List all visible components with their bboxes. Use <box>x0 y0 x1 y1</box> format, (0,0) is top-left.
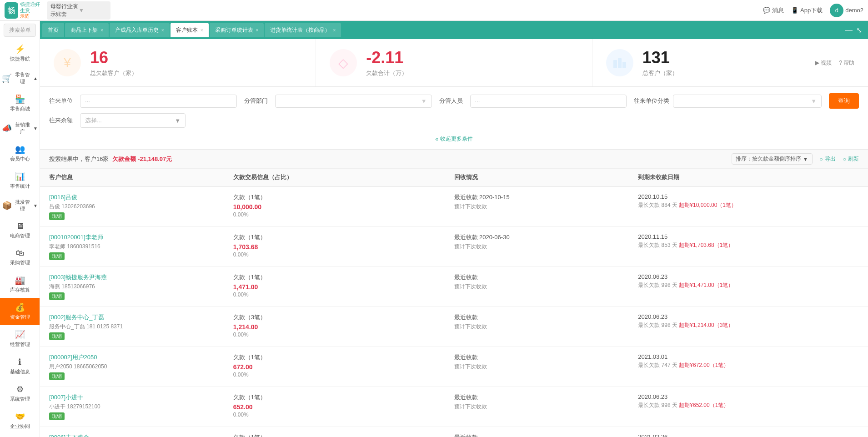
tab-minimize-icon[interactable]: — <box>845 26 853 35</box>
video-btn[interactable]: ▶ 视频 <box>815 59 832 67</box>
stat-card-debt-customers: ¥ 16 总欠款客户（家） <box>40 39 316 86</box>
sidebar-item-marketing[interactable]: 📣 营销推广 ▼ <box>0 117 40 140</box>
table-row: [0002]服务中心_丁磊 服务中心_丁磊 181 0125 8371 现销 欠… <box>40 307 868 347</box>
logo-text: 畅捷通好生意 示范 <box>20 1 45 19</box>
debt-customers-icon: ¥ <box>54 49 81 76</box>
close-icon[interactable]: × <box>201 28 203 33</box>
logo-icon: 畅 <box>5 2 18 19</box>
tab-product-listing[interactable]: 商品上下架 × <box>65 23 109 37</box>
app-wrapper: 畅 畅捷通好生意 示范 母婴行业演示账套 ▼ 💬 消息 📱 App下载 d de… <box>0 0 868 437</box>
filter-category: 往来单位分类 ▼ <box>634 95 822 108</box>
sidebar-item-ecommerce[interactable]: 🖥 电商管理 <box>0 217 40 244</box>
operations-icon: 📈 <box>15 330 25 340</box>
return-info-1: 最近收款 2020-06-30 预计下次收款 <box>454 233 638 251</box>
category-select[interactable]: ▼ <box>673 95 822 108</box>
batch-icon: 📦 <box>2 201 12 211</box>
export-btn[interactable]: ○ 导出 <box>820 155 836 163</box>
message-btn[interactable]: 💬 消息 <box>763 6 784 15</box>
overdue-link-3[interactable]: 超期¥1,214.00（3笔） <box>679 322 733 328</box>
mall-icon: 🏪 <box>15 94 25 104</box>
sidebar-item-inventory[interactable]: 🏭 库存核算 <box>0 271 40 298</box>
customer-name-link-5[interactable]: [0007]小进干 <box>49 393 233 402</box>
tab-home[interactable]: 首页 <box>42 23 64 37</box>
customer-name-link-6[interactable]: [0006]去下粮仓 <box>49 433 233 437</box>
balance-select[interactable]: 选择... ▼ <box>80 113 186 128</box>
user-menu[interactable]: d demo2 <box>830 4 863 17</box>
tab-purchase-stats[interactable]: 采购订单统计表 × <box>210 23 264 37</box>
sidebar-item-retail-mall[interactable]: 🏪 零售商城 <box>0 90 40 117</box>
tab-purchase-stats-by-product[interactable]: 进货单统计表（按商品） × <box>265 23 341 37</box>
sidebar-item-member[interactable]: 👥 会员中心 <box>0 140 40 167</box>
department-select[interactable]: ▼ <box>275 95 432 108</box>
debt-info-4: 欠款（1笔） 672.00 0.00% <box>233 353 454 378</box>
close-icon[interactable]: × <box>100 28 103 33</box>
stats-row: ¥ 16 总欠款客户（家） ◇ -2.11 欠款合计（万） <box>40 39 868 87</box>
industry-selector[interactable]: 母婴行业演示账套 ▼ <box>47 1 110 20</box>
search-button[interactable]: 查询 <box>829 93 859 109</box>
table-row: [0007]小进干 小进干 18279152100 现销 欠款（1笔） 652.… <box>40 387 868 427</box>
filter-row-2: 往来余额 选择... ▼ <box>49 113 859 128</box>
sidebar-item-quick-nav[interactable]: ⚡ 快捷导航 <box>0 40 40 67</box>
sidebar-item-batch-mgmt[interactable]: 📦 批发管理 ▼ <box>0 194 40 217</box>
collapse-btn[interactable]: « 收起更多条件 <box>435 135 473 143</box>
tab-purchase-history[interactable]: 产成品入库单历史 × <box>110 23 170 37</box>
close-icon[interactable]: × <box>161 28 164 33</box>
stat-card-actions: ▶ 视频 ? 帮助 <box>815 59 854 67</box>
sidebar-item-retail-stats[interactable]: 📊 零售统计 <box>0 167 40 194</box>
return-info-6: 最近收款 预计下次收款 <box>454 433 638 437</box>
sidebar-item-finance[interactable]: 💰 资金管理 <box>0 298 40 325</box>
chevron-icon: ▼ <box>33 126 38 131</box>
help-icon: ? <box>839 60 842 66</box>
sort-select[interactable]: 排序：按欠款金额倒序排序 ▼ <box>732 153 813 165</box>
customer-name-link-0[interactable]: [0016]吕俊 <box>49 193 233 201</box>
customer-info-6: [0006]去下粮仓 陈小帅 现销 <box>49 433 233 437</box>
overdue-link-4[interactable]: 超期¥672.00（1笔） <box>679 362 729 368</box>
table-row: [0016]吕俊 吕俊 13026203696 现销 欠款（1笔） 10,000… <box>40 187 868 227</box>
sidebar-item-basic-info[interactable]: ℹ 基础信息 <box>0 352 40 380</box>
refresh-btn[interactable]: ○ 刷新 <box>843 155 859 163</box>
filter-counterpart: 往来单位 ··· <box>49 95 237 108</box>
overdue-link-2[interactable]: 超期¥1,471.00（1笔） <box>679 282 733 288</box>
purchase-icon: 🛍 <box>16 248 24 258</box>
top-right-actions: 💬 消息 📱 App下载 d demo2 <box>763 4 863 17</box>
debt-info-2: 欠款（1笔） 1,471.00 0.00% <box>233 273 454 298</box>
chevron-icon: ▼ <box>33 203 38 208</box>
close-icon[interactable]: × <box>256 28 259 33</box>
sidebar-item-operations[interactable]: 📈 经营管理 <box>0 325 40 352</box>
sidebar-item-system[interactable]: ⚙ 系统管理 <box>0 380 40 407</box>
close-icon[interactable]: × <box>333 28 336 33</box>
chevron-icon: ▲ <box>33 76 38 81</box>
overdue-link-0[interactable]: 超期¥10,000.00（1笔） <box>679 202 737 208</box>
help-btn[interactable]: ? 帮助 <box>839 59 854 67</box>
search-menu-btn[interactable]: 搜索菜单 <box>4 24 36 37</box>
sidebar-item-purchase[interactable]: 🛍 采购管理 <box>0 244 40 271</box>
app-download-btn[interactable]: 📱 App下载 <box>791 6 823 15</box>
sidebar-item-guide[interactable]: 🔰 新手引导 <box>0 434 40 437</box>
filter-row-1: 往来单位 ··· 分管部门 ▼ 分管人员 <box>49 93 859 109</box>
person-input[interactable]: ··· <box>470 95 627 108</box>
counterpart-input[interactable]: ··· <box>80 95 237 108</box>
download-icon: 📱 <box>791 7 798 14</box>
customer-info-2: [0003]畅捷服务尹海燕 海燕 18513066976 现销 <box>49 273 233 300</box>
sidebar: 搜索菜单 ⚡ 快捷导航 🛒 零售管理 ▲ 🏪 零售商城 📣 营销推广 ▼ 👥 <box>0 21 40 437</box>
overdue-link-1[interactable]: 超期¥1,703.68（1笔） <box>679 242 733 248</box>
sidebar-item-retail-mgmt[interactable]: 🛒 零售管理 ▲ <box>0 67 40 90</box>
sort-arrow-icon: ▼ <box>803 156 808 162</box>
results-bar: 搜索结果中，客户16家 欠款金额 -21,148.07元 排序：按欠款金额倒序排… <box>40 150 868 169</box>
customer-name-link-3[interactable]: [0002]服务中心_丁磊 <box>49 313 233 321</box>
overdue-link-5[interactable]: 超期¥652.00（1笔） <box>679 402 729 408</box>
return-info-5: 最近收款 预计下次收款 <box>454 393 638 411</box>
table-row: [0001020001]李老师 李老师 18600391516 现销 欠款（1笔… <box>40 227 868 267</box>
tab-customer-account[interactable]: 客户账本 × <box>171 23 209 37</box>
tab-maximize-icon[interactable]: ⤡ <box>856 26 862 35</box>
stats-icon: 📊 <box>15 171 25 181</box>
member-icon: 👥 <box>15 144 25 154</box>
customer-name-link-1[interactable]: [0001020001]李老师 <box>49 233 233 241</box>
finance-icon: 💰 <box>15 302 25 312</box>
coop-icon: 🤝 <box>15 412 25 422</box>
customer-name-link-4[interactable]: [000002]用户2050 <box>49 353 233 362</box>
customer-info-1: [0001020001]李老师 李老师 18600391516 现销 <box>49 233 233 260</box>
table-row: [0006]去下粮仓 陈小帅 现销 欠款（1笔） 455.90 0.00% 最近… <box>40 427 868 437</box>
sidebar-item-enterprise-coop[interactable]: 🤝 企业协同 <box>0 407 40 434</box>
customer-name-link-2[interactable]: [0003]畅捷服务尹海燕 <box>49 273 233 281</box>
